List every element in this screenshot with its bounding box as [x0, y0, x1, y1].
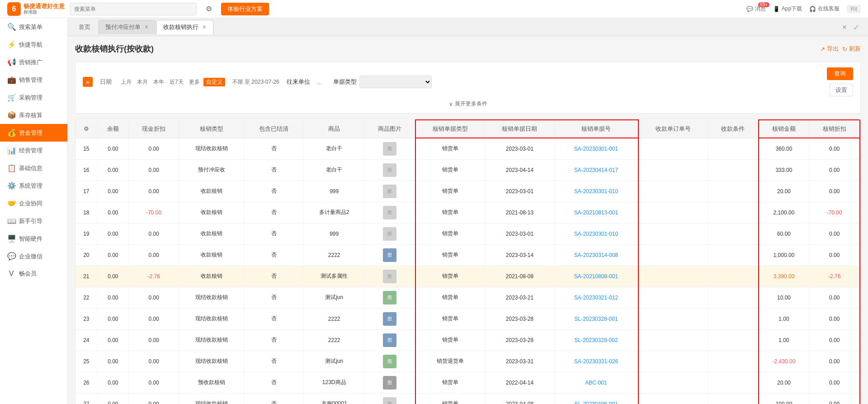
sidebar-item-operations[interactable]: 📊 经营管理 [0, 142, 67, 159]
tab-receipt-close[interactable]: ✕ [202, 24, 207, 30]
cell-verify-discount: 0.00 [809, 351, 860, 372]
table-row: 26 0.00 0.00 预收款核销 否 123D商品 图 销货单 2022-0… [75, 372, 860, 393]
cell-include-settled: 否 [244, 223, 303, 244]
cell-verify-bill-type: 销货单 [415, 138, 485, 159]
logo-icon: 6 [7, 2, 21, 16]
bill-type-select[interactable] [359, 76, 432, 88]
date-more[interactable]: 更多 [187, 77, 202, 87]
from-unit-dots[interactable]: ... [313, 78, 326, 86]
cell-verify-amount: 1,000.00 [759, 244, 809, 266]
cell-verify-bill-no: SA-20230331-026 [554, 351, 638, 372]
date-this-year[interactable]: 本年 [151, 77, 166, 87]
cell-verify-type: 收款核销 [179, 181, 244, 202]
bill-no-link[interactable]: SL-20230328-001 [575, 316, 618, 322]
sidebar-label-purchase: 采购管理 [19, 94, 42, 102]
date-options: 上月 本月 本年 近7天 更多 自定义 [119, 77, 225, 87]
member-icon: V [7, 270, 15, 278]
expand-more-conditions[interactable]: ∨ 展开更多条件 [83, 100, 853, 108]
tab-bar: 首页 预付冲应付单 ✕ 收款核销执行 ✕ ✕ ⤢ [68, 18, 868, 36]
sidebar-item-member[interactable]: V 畅会员 [0, 265, 67, 282]
bill-no-link[interactable]: SA-20210813-001 [574, 209, 618, 216]
tab-home[interactable]: 首页 [71, 20, 98, 34]
user-name[interactable]: Rit [847, 5, 861, 13]
cell-verify-type: 现结收款核销 [179, 393, 244, 404]
cell-include-settled: 否 [244, 181, 303, 202]
sidebar-item-nav[interactable]: ⚡ 快捷导航 [0, 36, 67, 53]
date-this-month[interactable]: 本月 [135, 77, 150, 87]
cell-receipt-order-no [638, 244, 708, 266]
sidebar-item-collab[interactable]: 🤝 企业协同 [0, 195, 67, 212]
cell-product-img: 图 [365, 393, 415, 404]
cell-verify-discount: 0.00 [809, 372, 860, 393]
sidebar-item-wechat[interactable]: 💬 企业微信 [0, 247, 67, 265]
cell-receipt-condition [708, 181, 759, 202]
bill-no-link[interactable]: SA-20230414-017 [574, 167, 618, 173]
app-download-wrap[interactable]: 📱 App下载 [773, 5, 802, 13]
cell-product-img: 图 [365, 244, 415, 266]
cell-product-img: 图 [365, 159, 415, 181]
bill-no-link[interactable]: SA-20230301-001 [574, 146, 618, 152]
close-window-button[interactable]: ✕ [840, 23, 849, 32]
sidebar-label-system: 系统管理 [19, 182, 42, 190]
bill-no-link[interactable]: SA-20230321-012 [574, 295, 618, 301]
online-service-wrap[interactable]: 🎧 在线客服 [809, 5, 840, 13]
bill-no-link[interactable]: SL-20230408-001 [575, 401, 618, 404]
gear-icon[interactable]: ⚙ [202, 2, 216, 16]
cell-include-settled: 否 [244, 351, 303, 372]
query-button[interactable]: 查询 [827, 67, 853, 80]
col-setting[interactable]: ⚙ [75, 120, 97, 138]
sidebar-item-basic[interactable]: 📋 基础信息 [0, 159, 67, 177]
cell-receipt-order-no [638, 138, 708, 159]
sidebar-item-search[interactable]: 🔍 搜索菜单 [0, 18, 67, 36]
date-7days[interactable]: 近7天 [168, 77, 185, 87]
cell-verify-bill-date: 2021-08-13 [485, 202, 554, 223]
cell-verify-type: 现结收款核销 [179, 308, 244, 329]
bill-no-link[interactable]: SA-20230314-008 [574, 252, 618, 258]
cell-verify-discount: 0.00 [809, 393, 860, 404]
refresh-button[interactable]: ↻ 刷新 [842, 45, 861, 53]
filter-expand-button[interactable]: » [83, 77, 93, 87]
bill-no-link[interactable]: SA-20230301-010 [574, 188, 618, 195]
sidebar-item-inventory[interactable]: 📦 库存核算 [0, 106, 67, 124]
sidebar-label-sales: 销售管理 [19, 76, 42, 84]
col-receipt-order-no: 收款单订单号 [638, 120, 708, 138]
sidebar-item-purchase[interactable]: 🛒 采购管理 [0, 89, 67, 106]
bill-no-link[interactable]: SL-20230328-002 [575, 337, 618, 343]
top-search[interactable] [70, 3, 197, 15]
sidebar-item-finance[interactable]: 💰 资金管理 [0, 124, 67, 142]
date-custom[interactable]: 自定义 [203, 78, 225, 86]
tab-prepay[interactable]: 预付冲应付单 ✕ [99, 20, 156, 34]
cell-verify-bill-type: 销货单 [415, 308, 485, 329]
table-row: 15 0.00 0.00 现结收款核销 否 老白干 图 销货单 2023-03-… [75, 138, 860, 159]
cell-product-img: 图 [365, 329, 415, 351]
cell-receipt-condition [708, 372, 759, 393]
tab-receipt[interactable]: 收款核销执行 ✕ [156, 20, 213, 34]
search-input[interactable] [70, 3, 197, 15]
bill-no-link[interactable]: ABC-001 [585, 380, 607, 386]
marketing-icon: 📢 [7, 58, 15, 67]
cell-verify-amount: -2,430.00 [759, 351, 809, 372]
industry-solution-button[interactable]: 体验行业方案 [221, 3, 269, 15]
tab-prepay-close[interactable]: ✕ [144, 24, 149, 30]
cell-receipt-condition [708, 244, 759, 266]
cell-verify-bill-no: SA-20230414-017 [554, 159, 638, 181]
sidebar-item-marketing[interactable]: 📢 营销推广 [0, 53, 67, 71]
bill-no-link[interactable]: SA-20230301-010 [574, 231, 618, 237]
cell-receipt-condition [708, 138, 759, 159]
message-icon-wrap[interactable]: 💬 消息 99+ [746, 5, 766, 13]
sidebar-item-guide[interactable]: 📖 新手引导 [0, 212, 67, 230]
cell-verify-type: 收款核销 [179, 266, 244, 287]
sidebar-item-hardware[interactable]: 🖥️ 智能硬件 [0, 230, 67, 247]
sidebar-item-system[interactable]: ⚙️ 系统管理 [0, 177, 67, 195]
sidebar-item-sales[interactable]: 💼 销售管理 [0, 71, 67, 89]
bill-no-link[interactable]: SA-20230331-026 [574, 358, 618, 365]
sidebar-label-collab: 企业协同 [19, 200, 42, 208]
bill-no-link[interactable]: SA-20210808-001 [574, 273, 618, 280]
date-label: 日期 [100, 78, 112, 86]
settings-button[interactable]: 设置 [830, 84, 853, 96]
date-last-month[interactable]: 上月 [119, 77, 133, 87]
data-table-wrap: ⚙ 余额 现金折扣 核销类型 包含已结清 商品 商品图片 核销单据类型 核销单据… [75, 119, 861, 404]
col-verify-bill-no: 核销单据号 [554, 120, 638, 138]
maximize-window-button[interactable]: ⤢ [852, 23, 861, 32]
export-button[interactable]: ↗ 导出 [820, 45, 839, 53]
